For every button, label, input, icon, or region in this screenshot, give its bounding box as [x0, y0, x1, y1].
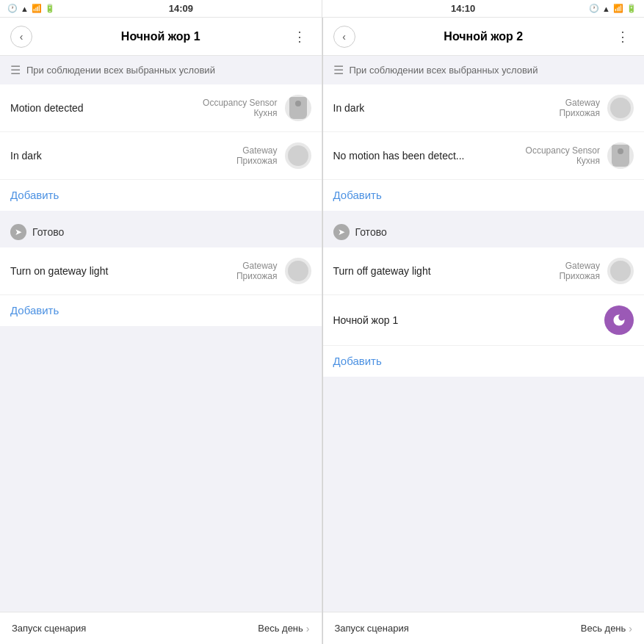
ready-icon-1: ➤ — [10, 224, 26, 240]
action-row-2-1[interactable]: Turn off gateway light Gateway Прихожая — [323, 247, 645, 295]
conditions-list-2: In dark Gateway Прихожая No motion has b… — [323, 84, 645, 211]
action-icon-2-1 — [607, 258, 634, 284]
action-label-2-2: Ночной жор 1 — [333, 314, 598, 326]
condition-header-1: ☰ При соблюдении всех выбранных условий — [0, 56, 322, 84]
conditions-list-1: Motion detected Occupancy Sensor Кухня I… — [0, 84, 322, 211]
actions-list-2: Turn off gateway light Gateway Прихожая … — [323, 247, 645, 377]
condition-label-2-1: In dark — [333, 102, 560, 114]
action-header-1: ➤ Готово — [0, 217, 322, 247]
status-time-1: 14:09 — [169, 3, 193, 14]
action-device-location-1-1: Прихожая — [236, 271, 278, 281]
action-header-2: ➤ Готово — [323, 217, 645, 247]
add-condition-1[interactable]: Добавить — [0, 180, 322, 211]
status-time-2: 14:10 — [451, 3, 475, 14]
action-row-1-1[interactable]: Turn on gateway light Gateway Прихожая — [0, 247, 322, 295]
action-label-1-1: Turn on gateway light — [10, 265, 236, 277]
device-name-1-2: Gateway — [236, 145, 278, 156]
footer-1: Запуск сценария Весь день › — [0, 612, 322, 644]
more-button-2[interactable]: ⋮ — [612, 26, 634, 48]
condition-label-2-2: No motion has been detect... — [333, 150, 526, 162]
more-button-1[interactable]: ⋮ — [289, 26, 311, 48]
add-condition-2[interactable]: Добавить — [323, 180, 645, 211]
device-name-2-1: Gateway — [559, 98, 600, 108]
condition-device-2-2: Occupancy Sensor Кухня — [526, 145, 600, 166]
condition-row-2-2[interactable]: No motion has been detect... Occupancy S… — [323, 132, 645, 180]
back-button-2[interactable]: ‹ — [333, 26, 355, 48]
action-device-location-2-1: Прихожая — [559, 271, 600, 281]
footer-chevron-1: › — [306, 623, 310, 634]
ready-icon-2: ➤ — [333, 224, 350, 240]
device-location-2-2: Кухня — [526, 156, 600, 166]
panel-2: ‹ Ночной жор 2 ⋮ ☰ При соблюдении всех в… — [323, 18, 645, 644]
add-action-2[interactable]: Добавить — [323, 346, 645, 377]
condition-header-text-2: При соблюдении всех выбранных условий — [350, 65, 538, 76]
back-button-1[interactable]: ‹ — [10, 26, 32, 48]
footer-right-2[interactable]: Весь день › — [581, 623, 632, 634]
condition-header-text-1: При соблюдении всех выбранных условий — [26, 65, 215, 76]
device-name-2-2: Occupancy Sensor — [526, 145, 600, 156]
panel-2-title: Ночной жор 2 — [444, 30, 523, 43]
footer-left-1: Запуск сценария — [12, 623, 86, 634]
action-row-2-2[interactable]: Ночной жор 1 — [323, 295, 645, 346]
action-device-1-1: Gateway Прихожая — [236, 261, 278, 281]
action-label-2-1: Turn off gateway light — [333, 265, 560, 277]
action-device-name-2-1: Gateway — [559, 261, 600, 271]
condition-label-1-2: In dark — [10, 150, 236, 162]
footer-2: Запуск сценария Весь день › — [323, 612, 645, 644]
condition-row-1-2[interactable]: In dark Gateway Прихожая — [0, 132, 322, 180]
condition-icon-1: ☰ — [10, 63, 21, 77]
condition-icon-2: ☰ — [333, 63, 344, 77]
status-bar-right-2: 🕐▲📶🔋 — [589, 4, 637, 13]
device-icon-2-1 — [607, 95, 634, 121]
actions-list-1: Turn on gateway light Gateway Прихожая Д… — [0, 247, 322, 326]
device-icon-1-2 — [285, 142, 311, 169]
footer-left-2: Запуск сценария — [335, 623, 409, 634]
condition-row-1-1[interactable]: Motion detected Occupancy Sensor Кухня — [0, 84, 322, 132]
add-action-1[interactable]: Добавить — [0, 295, 322, 326]
panel-1-title: Ночной жор 1 — [121, 30, 200, 43]
device-location-1-2: Прихожая — [236, 156, 278, 166]
ready-text-1: Готово — [32, 226, 64, 238]
condition-row-2-1[interactable]: In dark Gateway Прихожая — [323, 84, 645, 132]
device-location-1-1: Кухня — [203, 108, 277, 118]
action-device-name-1-1: Gateway — [236, 261, 278, 271]
ready-text-2: Готово — [355, 226, 387, 238]
condition-device-1-2: Gateway Прихожая — [236, 145, 278, 166]
condition-device-1-1: Occupancy Sensor Кухня — [203, 98, 277, 118]
purple-scene-button[interactable] — [604, 305, 634, 335]
condition-label-1-1: Motion detected — [10, 102, 203, 114]
device-icon-1-1 — [285, 95, 311, 121]
device-location-2-1: Прихожая — [559, 108, 600, 118]
status-bar-left-1: 🕐▲📶🔋 — [7, 4, 55, 13]
device-icon-2-2 — [607, 142, 634, 169]
footer-chevron-2: › — [629, 623, 632, 634]
condition-device-2-1: Gateway Прихожая — [559, 98, 600, 118]
action-device-2-1: Gateway Прихожая — [559, 261, 600, 281]
device-name-1-1: Occupancy Sensor — [203, 98, 277, 108]
action-icon-1-1 — [285, 258, 311, 284]
footer-right-1[interactable]: Весь день › — [258, 623, 309, 634]
panel-1: ‹ Ночной жор 1 ⋮ ☰ При соблюдении всех в… — [0, 18, 322, 644]
condition-header-2: ☰ При соблюдении всех выбранных условий — [323, 56, 645, 84]
